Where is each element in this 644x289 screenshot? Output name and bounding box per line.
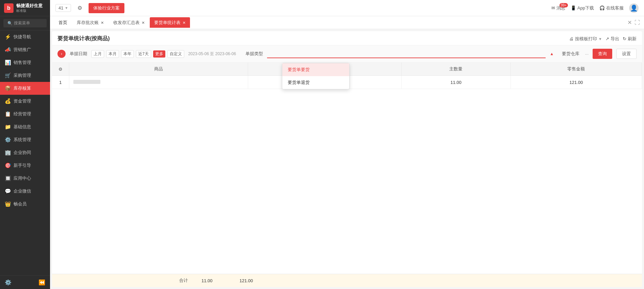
sidebar-item-inventory[interactable]: 📦 库存核算	[0, 82, 50, 95]
nav-label-sales: 销售管理	[14, 60, 31, 66]
print-dropdown-icon[interactable]: ▼	[598, 37, 602, 41]
filter-bar: › 单据日期 上月 本月 本年 近7天 更多 自定义 2023-05-06 至 …	[52, 45, 642, 63]
sidebar-item-guide[interactable]: 🎯 新手引导	[0, 159, 50, 172]
sidebar-search-inner[interactable]: 🔍 搜索菜单	[3, 19, 47, 27]
last-7days-btn[interactable]: 近7天	[136, 50, 151, 58]
message-action[interactable]: ✉ 消息 99+	[551, 5, 565, 11]
date-more-btn[interactable]: 更多	[153, 50, 165, 58]
logo-icon: b	[4, 3, 14, 13]
dropdown-item-order-return[interactable]: 要货单退货	[282, 76, 349, 89]
top-bar-right: ✉ 消息 99+ 📱 App下载 🎧 在线客服 👤	[551, 3, 639, 13]
type-filter-input[interactable]	[267, 50, 546, 58]
app-download-label: App下载	[577, 5, 594, 11]
refresh-icon: ↻	[623, 36, 626, 41]
print-button[interactable]: 🖨 按模板打印 ▼	[569, 36, 602, 42]
logo-sub: 标准版	[16, 8, 43, 13]
table-container: ⚙商品主计量单位主数量零售金额 1 块 11.00 121.00	[52, 63, 642, 274]
settings-icon[interactable]: ⚙️	[5, 279, 11, 286]
logo-main: 畅捷通好生意	[16, 3, 43, 9]
footer-values: 11.00 121.00	[201, 278, 253, 283]
tab-label-dispatch-summary: 收发存汇总表	[113, 20, 140, 26]
type-filter-chevron-icon[interactable]: ▲	[550, 51, 554, 56]
col-header-gear[interactable]: ⚙	[52, 63, 69, 76]
custom-date-btn[interactable]: 自定义	[167, 50, 184, 58]
footer-amount: 121.00	[240, 278, 253, 283]
tab-expand-icon[interactable]: ⛶	[635, 20, 640, 26]
this-year-btn[interactable]: 本年	[121, 50, 134, 58]
nav-label-operation: 经营管理	[14, 111, 31, 117]
filter-expand-button[interactable]: ›	[57, 50, 66, 58]
tab-label-home: 首页	[58, 20, 67, 26]
refresh-button[interactable]: ↻ 刷新	[623, 36, 637, 42]
sidebar-search-container[interactable]: 🔍 搜索菜单	[0, 16, 50, 30]
tab-bar: 首页库存批次账✕收发存汇总表✕要货单统计表✕ ✕ ⛶	[50, 16, 644, 29]
headset-icon: 🎧	[599, 5, 605, 10]
sidebar-item-system[interactable]: ⚙️ 系统管理	[0, 133, 50, 146]
nav-icon-inventory: 📦	[5, 85, 11, 91]
nav-icon-operation: 📋	[5, 111, 11, 117]
tab-close-order-stat[interactable]: ✕	[183, 21, 186, 25]
tab-batch[interactable]: 库存批次账✕	[72, 17, 108, 28]
sidebar-item-operation[interactable]: 📋 经营管理	[0, 108, 50, 120]
footer-label: 合计	[56, 277, 201, 284]
nav-icon-guide: 🎯	[5, 162, 11, 169]
this-month-btn[interactable]: 本月	[106, 50, 119, 58]
col-header-product: 商品	[69, 63, 248, 76]
last-month-btn[interactable]: 上月	[91, 50, 104, 58]
collapse-icon[interactable]: ⏪	[39, 279, 45, 286]
nav-label-quick-nav: 快捷导航	[14, 34, 31, 40]
footer-qty: 11.00	[201, 278, 213, 283]
nav-icon-quick-nav: ⚡	[5, 34, 11, 40]
warehouse-filter-dots[interactable]: ···	[585, 51, 589, 57]
nav-icon-enterprise: 🏢	[5, 150, 11, 156]
sidebar-item-marketing[interactable]: 📣 营销推广	[0, 43, 50, 56]
nav-label-enterprise: 企业协同	[14, 150, 31, 156]
settings-button[interactable]: ⚙	[75, 3, 85, 13]
sidebar: b 畅捷通好生意 标准版 🔍 搜索菜单 ⚡ 快捷导航 📣 营销推广 📊 销售管理…	[0, 0, 50, 289]
online-service-action[interactable]: 🎧 在线客服	[599, 5, 624, 11]
nav-label-guide: 新手引导	[14, 162, 31, 169]
page-header-actions: 🖨 按模板打印 ▼ ↗ 导出 ↻ 刷新	[569, 36, 637, 42]
top-bar-left: 41 ▼ ⚙ 体验行业方案	[55, 3, 124, 13]
phone-icon: 📱	[571, 5, 576, 10]
user-avatar[interactable]: 👤	[629, 3, 639, 13]
nav-icon-purchase: 🛒	[5, 72, 11, 79]
nav-label-marketing: 营销推广	[14, 47, 31, 53]
tab-order-stat[interactable]: 要货单统计表✕	[150, 17, 190, 28]
sidebar-item-base[interactable]: 📁 基础信息	[0, 120, 50, 133]
row-no: 1	[52, 76, 69, 89]
sidebar-nav: ⚡ 快捷导航 📣 营销推广 📊 销售管理 🛒 采购管理 📦 库存核算 💰 资金管…	[0, 30, 50, 275]
sidebar-item-purchase[interactable]: 🛒 采购管理	[0, 69, 50, 82]
tab-close-all-icon[interactable]: ✕	[627, 19, 632, 26]
nav-label-wechat: 企业微信	[14, 188, 31, 194]
sidebar-item-member[interactable]: 👑 畅会员	[0, 198, 50, 210]
sidebar-item-app-center[interactable]: 🔲 应用中心	[0, 172, 50, 185]
trial-button[interactable]: 体验行业方案	[89, 3, 124, 13]
message-badge: 99+	[559, 3, 568, 7]
nav-icon-member: 👑	[5, 201, 11, 207]
company-name: 41	[58, 5, 63, 10]
tab-dispatch-summary[interactable]: 收发存汇总表✕	[109, 17, 149, 28]
dropdown-item-order-goods[interactable]: 要货单要货	[282, 63, 349, 76]
sidebar-item-quick-nav[interactable]: ⚡ 快捷导航	[0, 30, 50, 43]
sidebar-item-enterprise[interactable]: 🏢 企业协同	[0, 146, 50, 159]
row-qty: 11.00	[401, 76, 510, 89]
company-selector[interactable]: 41 ▼	[55, 4, 71, 12]
main-area: 41 ▼ ⚙ 体验行业方案 ✉ 消息 99+ 📱 App下载 🎧 在线客服 👤	[50, 0, 644, 289]
sidebar-item-wechat[interactable]: 💬 企业微信	[0, 185, 50, 198]
nav-icon-finance: 💰	[5, 98, 11, 104]
settings-button-filter[interactable]: 设置	[616, 49, 637, 59]
tab-close-dispatch-summary[interactable]: ✕	[142, 21, 145, 25]
message-icon: ✉	[551, 5, 555, 10]
sidebar-item-finance[interactable]: 💰 资金管理	[0, 95, 50, 108]
app-download-action[interactable]: 📱 App下载	[571, 5, 594, 11]
sidebar-item-sales[interactable]: 📊 销售管理	[0, 56, 50, 69]
nav-icon-wechat: 💬	[5, 188, 11, 194]
tab-home[interactable]: 首页	[54, 17, 72, 28]
refresh-label: 刷新	[628, 36, 637, 42]
query-button[interactable]: 查询	[593, 49, 612, 59]
tab-close-batch[interactable]: ✕	[101, 21, 104, 25]
selector-chevron-icon: ▼	[65, 6, 68, 10]
sidebar-logo: b 畅捷通好生意 标准版	[0, 0, 50, 16]
export-button[interactable]: ↗ 导出	[605, 36, 619, 42]
